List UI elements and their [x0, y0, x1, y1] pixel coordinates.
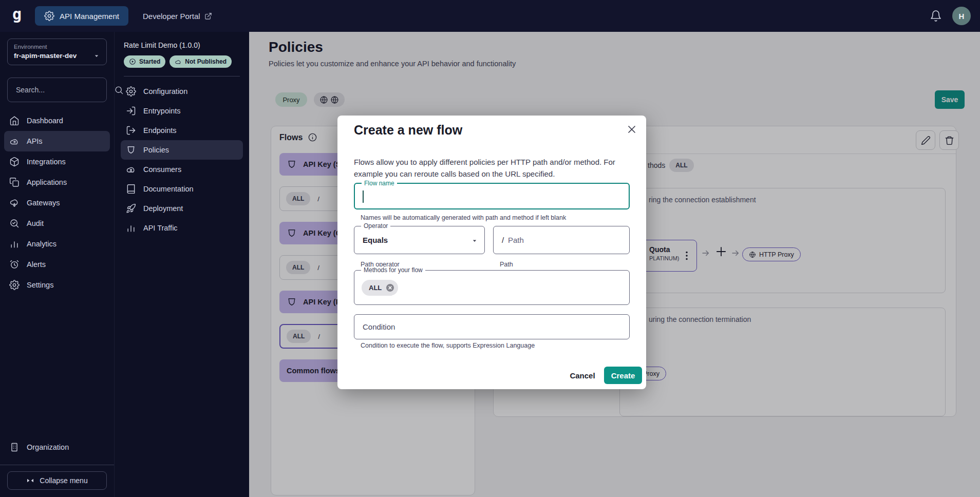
- collapse-menu-button[interactable]: Collapse menu: [7, 471, 107, 490]
- applications-icon: [9, 177, 20, 187]
- gear-icon: [44, 11, 54, 21]
- sidebar-item-label: Dashboard: [27, 117, 63, 125]
- condition-field[interactable]: Condition: [354, 314, 630, 339]
- api-menu-item-api-traffic[interactable]: API Traffic: [121, 218, 243, 238]
- collapse-icon: [26, 476, 34, 485]
- condition-helper: Condition to execute the flow, supports …: [361, 342, 535, 349]
- create-button[interactable]: Create: [604, 367, 642, 384]
- api-menu-item-policies[interactable]: Policies: [121, 140, 243, 160]
- api-menu-item-documentation[interactable]: Documentation: [121, 179, 243, 199]
- sidebar-item-integrations[interactable]: Integrations: [4, 151, 110, 172]
- remove-method-icon[interactable]: [385, 283, 395, 293]
- api-menu-item-endpoints[interactable]: Endpoints: [121, 121, 243, 140]
- operator-value: Equals: [363, 236, 388, 244]
- api-management-button[interactable]: API Management: [35, 6, 128, 26]
- api-menu-item-label: Configuration: [143, 87, 187, 95]
- modal-title: Create a new flow: [354, 123, 462, 138]
- gravitee-logo: g: [12, 7, 22, 22]
- method-chip-all: ALL: [362, 280, 398, 296]
- shield-icon: [126, 145, 136, 155]
- close-icon[interactable]: [624, 122, 639, 137]
- gear-icon: [9, 280, 20, 290]
- methods-label: Methods for your flow: [361, 266, 425, 274]
- cancel-button[interactable]: Cancel: [566, 367, 599, 384]
- sidebar-item-alerts[interactable]: Alerts: [4, 254, 110, 275]
- api-menu-item-configuration[interactable]: Configuration: [121, 82, 243, 101]
- environment-label: Environment: [14, 44, 100, 50]
- primary-sidebar: Environment fr-apim-master-dev Dashboard…: [0, 32, 114, 497]
- chart-bars-icon: [126, 223, 136, 233]
- status-badge-label: Not Published: [185, 58, 227, 65]
- api-nav: ConfigurationEntrypointsEndpointsPolicie…: [115, 82, 249, 238]
- sidebar-item-label: Audit: [27, 219, 44, 227]
- search-input[interactable]: [15, 85, 110, 94]
- cloud-icon: [175, 58, 182, 65]
- path-helper: Path: [500, 261, 513, 268]
- environment-select[interactable]: Environment fr-apim-master-dev: [7, 39, 107, 65]
- environment-value: fr-apim-master-dev: [14, 52, 77, 60]
- sidebar-item-analytics[interactable]: Analytics: [4, 234, 110, 254]
- sidebar-item-apis[interactable]: APIs: [4, 131, 110, 151]
- path-placeholder: Path: [508, 236, 524, 244]
- api-menu-item-label: Consumers: [143, 165, 181, 174]
- api-menu-item-entrypoints[interactable]: Entrypoints: [121, 101, 243, 121]
- api-menu-item-label: Documentation: [143, 185, 194, 193]
- gateway-icon: [9, 198, 20, 208]
- api-sidebar: Rate Limit Demo (1.0.0) StartedNot Publi…: [114, 32, 249, 497]
- create-flow-modal: Create a new flow Flows allow you to app…: [337, 116, 646, 389]
- sidebar-item-label: Gateways: [27, 199, 60, 207]
- sidebar-divider: [0, 465, 114, 465]
- api-menu-item-label: Endpoints: [143, 126, 177, 135]
- sidebar-item-gateways[interactable]: Gateways: [4, 193, 110, 213]
- condition-placeholder: Condition: [363, 322, 395, 331]
- modal-description: Flows allow you to apply different polic…: [354, 156, 622, 180]
- api-menu-item-label: Policies: [143, 146, 169, 154]
- app-screen: g API Management Developer Portal H Envi…: [0, 0, 980, 497]
- sidebar-item-label: Settings: [27, 281, 53, 289]
- entry-icon: [126, 106, 136, 116]
- path-field[interactable]: / Path: [493, 226, 630, 254]
- operator-label: Operator: [361, 222, 390, 230]
- flow-name-input[interactable]: [355, 184, 629, 208]
- methods-field[interactable]: Methods for your flow ALL: [354, 270, 630, 305]
- home-icon: [9, 116, 20, 126]
- sidebar-item-label: Applications: [27, 178, 67, 186]
- caret-down-icon: [93, 52, 100, 60]
- caret-down-icon: [471, 237, 478, 244]
- sidebar-item-settings[interactable]: Settings: [4, 275, 110, 295]
- play-circle-icon: [129, 58, 136, 65]
- sidebar-item-dashboard[interactable]: Dashboard: [4, 110, 110, 131]
- notifications-bell-icon[interactable]: [930, 10, 942, 22]
- operator-select[interactable]: Operator Equals: [354, 226, 485, 254]
- external-link-icon: [204, 12, 212, 20]
- alarm-icon: [9, 259, 20, 270]
- status-badge-started: Started: [124, 55, 165, 68]
- collapse-menu-label: Collapse menu: [40, 476, 87, 485]
- sidebar-item-label: Alerts: [27, 260, 46, 269]
- api-menu-item-label: Deployment: [143, 204, 183, 213]
- sidebar-item-applications[interactable]: Applications: [4, 172, 110, 193]
- building-icon: [9, 442, 20, 452]
- organization-label: Organization: [27, 443, 69, 451]
- developer-portal-link[interactable]: Developer Portal: [140, 11, 215, 21]
- primary-nav: DashboardAPIsIntegrationsApplicationsGat…: [0, 110, 114, 295]
- rocket-icon: [126, 203, 136, 214]
- book-icon: [126, 184, 136, 194]
- status-badge-label: Started: [139, 58, 160, 65]
- top-bar: g API Management Developer Portal H: [0, 0, 980, 32]
- gear-icon: [126, 86, 136, 97]
- path-prefix: /: [502, 236, 504, 244]
- sidebar-item-label: Analytics: [27, 240, 56, 248]
- api-status-badges: StartedNot Published: [124, 55, 240, 68]
- sidebar-item-organization[interactable]: Organization: [4, 437, 110, 457]
- api-menu-item-label: Entrypoints: [143, 107, 181, 115]
- audit-icon: [9, 218, 20, 228]
- api-menu-item-consumers[interactable]: Consumers: [121, 160, 243, 179]
- api-menu-item-deployment[interactable]: Deployment: [121, 199, 243, 218]
- sidebar-search[interactable]: [7, 78, 107, 102]
- user-avatar[interactable]: H: [952, 7, 971, 25]
- sidebar-item-audit[interactable]: Audit: [4, 213, 110, 234]
- status-badge-not-published: Not Published: [169, 55, 232, 68]
- developer-portal-label: Developer Portal: [143, 12, 200, 21]
- flow-name-field[interactable]: Flow name: [354, 183, 630, 209]
